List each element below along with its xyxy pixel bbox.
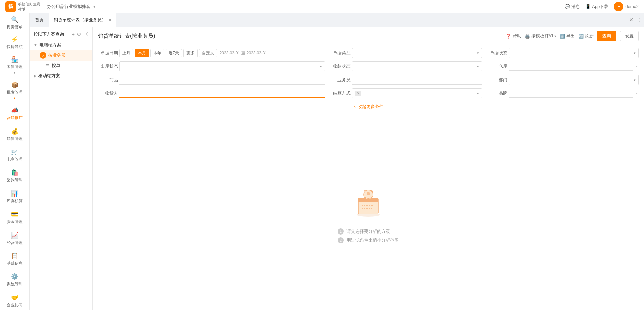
date-btn-7days[interactable]: 近7天 (166, 49, 182, 57)
empty-state: 1 请先选择要分析的方案 2 用过滤条件来缩小分析范围 (93, 116, 644, 310)
doc-type-select[interactable]: ▾ (352, 48, 482, 58)
tab-home[interactable]: 首页 (30, 13, 49, 27)
system-icon: ⚙️ (11, 273, 18, 280)
brand-input[interactable] (509, 89, 633, 98)
settings-scheme-button[interactable]: ⚙ (77, 31, 81, 37)
sidebar-item-quick-nav[interactable]: ⚡ 快捷导航 (0, 33, 29, 52)
collapse-icon: ∧ (353, 104, 356, 109)
add-scheme-button[interactable]: + (72, 31, 75, 37)
message-icon: 💬 (565, 4, 570, 9)
cooperation-icon: 🤝 (11, 294, 18, 301)
product-input[interactable] (119, 75, 319, 84)
sidebar-item-wholesale[interactable]: 📦 批发管理 ▲ (0, 78, 29, 103)
sales-icon: 💰 (11, 127, 18, 135)
purchase-icon: 🛍️ (11, 169, 18, 176)
sidebar: 🔍 搜索菜单 ⚡ 快捷导航 🏪 零售管理 ▼ 📦 批发管理 ▲ 📣 营销推广 (0, 13, 30, 310)
date-btn-last-month[interactable]: 上月 (119, 49, 133, 57)
receiver-more-icon[interactable]: ··· (321, 90, 325, 96)
salesperson-more-icon[interactable]: ··· (477, 77, 482, 83)
inventory-icon: 📊 (11, 190, 18, 197)
settle-tag-close[interactable]: × (357, 91, 359, 96)
sidebar-item-basic[interactable]: 📋 基础信息 (0, 249, 29, 270)
collect-status-arrow-icon: ▾ (477, 64, 479, 69)
dropdown-arrow-icon[interactable]: ▾ (93, 4, 95, 9)
receiver-label: 收货人 (98, 90, 118, 96)
dept-select[interactable]: ▾ (509, 75, 639, 85)
sidebar-item-finance[interactable]: 💳 资金管理 (0, 207, 29, 228)
date-btn-this-month[interactable]: 本月 (135, 49, 149, 57)
tree-child-by-salesperson[interactable]: 人 按业务员 (30, 50, 92, 61)
out-status-arrow-icon: ▾ (320, 64, 322, 69)
step-2-number: 2 (338, 237, 344, 243)
collect-status-col: 收款状态 ▾ (330, 61, 482, 71)
chevron-down-icon: ▼ (13, 71, 16, 74)
close-window-icon[interactable]: ✕ (629, 17, 633, 23)
empty-illustration (348, 183, 388, 223)
ecommerce-icon: 🛒 (11, 148, 18, 156)
list-icon: ☰ (46, 63, 50, 68)
warehouse-more-icon[interactable]: ··· (634, 63, 639, 69)
basic-icon: 📋 (11, 252, 18, 260)
user-menu-button[interactable]: E demo2 (614, 2, 639, 11)
doc-type-label: 单据类型 (330, 50, 351, 56)
export-button[interactable]: ⬇️ 导出 (559, 33, 575, 39)
query-button[interactable]: 查询 (597, 31, 616, 41)
top-bar-left: 畅 畅捷信好生意 标版 办公用品行业模拟账套 ▾ (5, 1, 95, 12)
product-more-icon[interactable]: ··· (321, 77, 325, 83)
date-btn-this-year[interactable]: 本年 (150, 49, 164, 57)
out-status-col: 出库状态 ▾ (98, 61, 325, 71)
doc-status-select[interactable]: ▾ (509, 48, 639, 58)
collect-status-label: 收款状态 (330, 63, 351, 69)
maximize-icon[interactable]: ⛶ (635, 17, 640, 23)
sidebar-item-marketing[interactable]: 📣 营销推广 (0, 103, 29, 124)
sidebar-item-retail[interactable]: 🏪 零售管理 ▼ (0, 52, 29, 78)
left-panel-actions: + ⚙ 《 (72, 31, 88, 37)
logo-text: 畅捷信好生意 标版 (18, 2, 40, 11)
settle-tag: × (355, 91, 361, 96)
sidebar-item-inventory[interactable]: 📊 库存核算 (0, 187, 29, 207)
sidebar-item-search[interactable]: 🔍 搜索菜单 (0, 13, 29, 33)
settle-select[interactable]: × ▾ (352, 88, 482, 98)
dept-col: 部门 ▾ (487, 75, 639, 85)
filter-row-2: 出库状态 ▾ 收款状态 ▾ (98, 61, 639, 71)
filter-row-3: 商品 ··· 业务员 ··· (98, 75, 639, 85)
date-btn-more[interactable]: 更多 (183, 49, 198, 57)
message-button[interactable]: 💬 消息 (565, 4, 580, 10)
sidebar-item-sales[interactable]: 💰 销售管理 (0, 124, 29, 145)
sidebar-item-ecommerce[interactable]: 🛒 电商管理 (0, 145, 29, 166)
salesperson-input[interactable] (352, 75, 476, 84)
tab-close-button[interactable]: × (109, 17, 111, 23)
brand-more-icon[interactable]: ··· (634, 90, 639, 96)
collapse-filter-button[interactable]: ∧ 收起更多条件 (98, 102, 639, 112)
page-actions: ❓ 帮助 🖨️ 按模板打印 ▾ ⬇️ 导出 (506, 31, 639, 41)
collapse-panel-button[interactable]: 《 (83, 31, 88, 37)
settings-button[interactable]: 设置 (620, 31, 639, 41)
collect-status-select[interactable]: ▾ (352, 61, 482, 71)
filter-row-4: 收货人 ··· 结算方式 × (98, 88, 639, 98)
refresh-icon: 🔄 (578, 34, 584, 39)
help-button[interactable]: ❓ 帮助 (506, 33, 521, 39)
salesperson-col: 业务员 ··· (330, 75, 482, 85)
sidebar-item-operations[interactable]: 📈 经营管理 (0, 228, 29, 249)
tab-active[interactable]: 销货单统计表（按业务员） × (49, 13, 116, 27)
tree-item-desktop[interactable]: ▼ 电脑端方案 (30, 40, 92, 50)
doc-status-arrow-icon: ▾ (634, 51, 636, 55)
refresh-button[interactable]: 🔄 刷新 (578, 33, 594, 39)
print-button[interactable]: 🖨️ 按模板打印 ▾ (525, 33, 556, 39)
dept-label: 部门 (487, 77, 507, 83)
out-status-select[interactable]: ▾ (119, 61, 325, 71)
date-btn-custom[interactable]: 自定义 (199, 49, 217, 57)
tree-child-by-order[interactable]: ☰ 按单 (30, 61, 92, 71)
page-title: 销货单统计表(按业务员) (98, 33, 155, 40)
left-panel-header: 按以下方案查询 + ⚙ 《 (30, 31, 92, 40)
logo-icon: 畅 (5, 1, 16, 12)
sidebar-item-system[interactable]: ⚙️ 系统管理 (0, 270, 29, 291)
warehouse-input[interactable] (509, 62, 633, 71)
tree-item-mobile[interactable]: ▶ 移动端方案 (30, 71, 92, 81)
app-download-button[interactable]: 📱 App下载 (585, 4, 608, 10)
top-bar: 畅 畅捷信好生意 标版 办公用品行业模拟账套 ▾ 💬 消息 📱 App下载 E … (0, 0, 644, 13)
sidebar-item-purchase[interactable]: 🛍️ 采购管理 (0, 166, 29, 187)
empty-steps: 1 请先选择要分析的方案 2 用过滤条件来缩小分析范围 (338, 228, 399, 243)
sidebar-item-cooperation[interactable]: 🤝 企业协同 (0, 291, 29, 310)
receiver-input[interactable] (119, 89, 319, 97)
